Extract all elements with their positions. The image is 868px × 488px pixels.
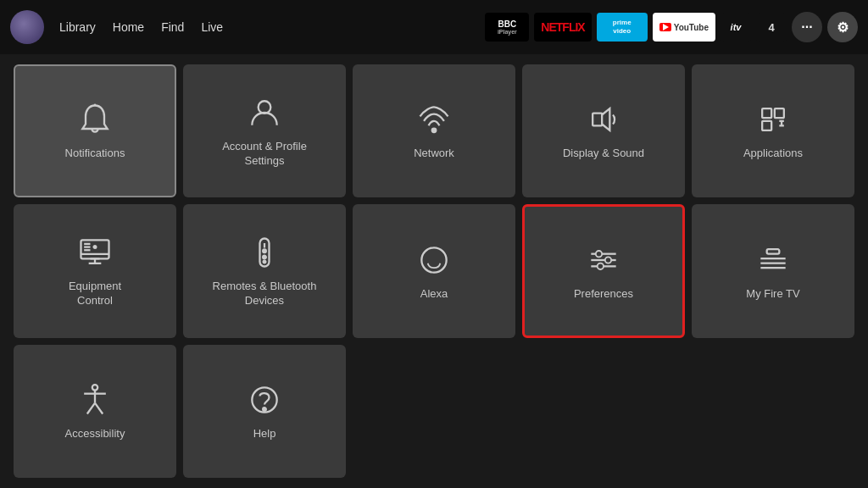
svg-point-24 <box>421 247 446 272</box>
tile-accessibility[interactable]: Accessibility <box>14 345 176 478</box>
app-channel4[interactable]: 4 <box>756 13 787 42</box>
svg-rect-6 <box>762 121 771 130</box>
apps-icon <box>754 101 792 138</box>
tile-my-fire-tv[interactable]: My Fire TV <box>692 204 854 337</box>
app-itv[interactable]: itv <box>721 13 751 42</box>
nav-find[interactable]: Find <box>161 20 184 34</box>
app-netflix[interactable]: NETFLIX <box>534 13 591 42</box>
remote2-icon <box>754 241 792 279</box>
tile-alexa-label: Alexa <box>420 287 448 302</box>
svg-point-30 <box>605 257 611 263</box>
nav-live[interactable]: Live <box>201 20 223 34</box>
svg-point-42 <box>263 408 266 411</box>
monitor-icon <box>76 234 114 271</box>
svg-rect-4 <box>762 108 771 118</box>
tile-display-sound[interactable]: Display & Sound <box>522 64 685 197</box>
svg-line-39 <box>87 403 95 414</box>
tile-remotes-label: Remotes & BluetoothDevices <box>213 280 317 308</box>
person-icon <box>246 94 283 131</box>
svg-point-22 <box>263 256 266 259</box>
svg-point-31 <box>598 263 604 269</box>
svg-point-15 <box>94 246 97 248</box>
top-nav: Library Home Find Live BBC iPlayer NETFL… <box>0 0 868 54</box>
nav-library[interactable]: Library <box>59 20 96 34</box>
accessibility-icon <box>76 381 114 419</box>
nav-apps: BBC iPlayer NETFLIX primevideo YouTube i… <box>485 12 858 42</box>
tile-account-label: Account & ProfileSettings <box>222 140 307 169</box>
tile-network-label: Network <box>414 147 454 161</box>
tile-applications-label: Applications <box>743 147 803 161</box>
svg-point-23 <box>264 261 266 263</box>
app-youtube[interactable]: YouTube <box>653 13 715 42</box>
bell-icon <box>76 101 114 138</box>
alexa-icon <box>415 241 453 279</box>
tile-notifications[interactable]: Notifications <box>14 64 176 197</box>
tile-equipment-control[interactable]: EquipmentControl <box>14 204 176 337</box>
app-more-button[interactable]: ··· <box>792 12 822 42</box>
svg-point-29 <box>596 251 602 257</box>
tile-display-sound-label: Display & Sound <box>563 147 644 161</box>
tile-alexa[interactable]: Alexa <box>353 204 515 337</box>
app-bbc-iplayer[interactable]: BBC iPlayer <box>485 13 529 42</box>
svg-point-21 <box>263 249 266 252</box>
tile-remotes-bluetooth[interactable]: Remotes & BluetoothDevices <box>183 204 346 337</box>
tile-applications[interactable]: Applications <box>692 64 854 197</box>
sliders-icon <box>585 241 622 279</box>
remote-icon <box>246 234 283 271</box>
nav-home[interactable]: Home <box>113 20 144 34</box>
tile-my-fire-tv-label: My Fire TV <box>746 287 799 302</box>
app-prime-video[interactable]: primevideo <box>597 13 648 42</box>
settings-button[interactable]: ⚙ <box>827 12 858 42</box>
tile-preferences[interactable]: Preferences <box>522 204 685 337</box>
tile-equipment-label: EquipmentControl <box>69 280 121 308</box>
svg-point-36 <box>92 385 97 390</box>
svg-rect-5 <box>775 108 784 118</box>
svg-rect-3 <box>593 114 602 126</box>
svg-point-2 <box>432 129 437 133</box>
nav-links: Library Home Find Live <box>59 20 223 34</box>
settings-grid: Notifications Account & ProfileSettings … <box>0 54 868 488</box>
tile-help[interactable]: Help <box>183 345 346 478</box>
tile-preferences-label: Preferences <box>574 287 633 302</box>
wifi-icon <box>415 101 453 138</box>
speaker-icon <box>585 101 622 138</box>
tile-network[interactable]: Network <box>353 64 515 197</box>
svg-rect-32 <box>767 249 780 254</box>
svg-point-1 <box>259 101 271 114</box>
tile-accessibility-label: Accessibility <box>65 427 125 441</box>
svg-line-40 <box>95 403 103 414</box>
avatar[interactable] <box>10 10 44 44</box>
tile-account-profile[interactable]: Account & ProfileSettings <box>183 64 346 197</box>
question-icon <box>246 381 283 419</box>
tile-notifications-label: Notifications <box>65 147 125 161</box>
tile-help-label: Help <box>253 427 276 441</box>
